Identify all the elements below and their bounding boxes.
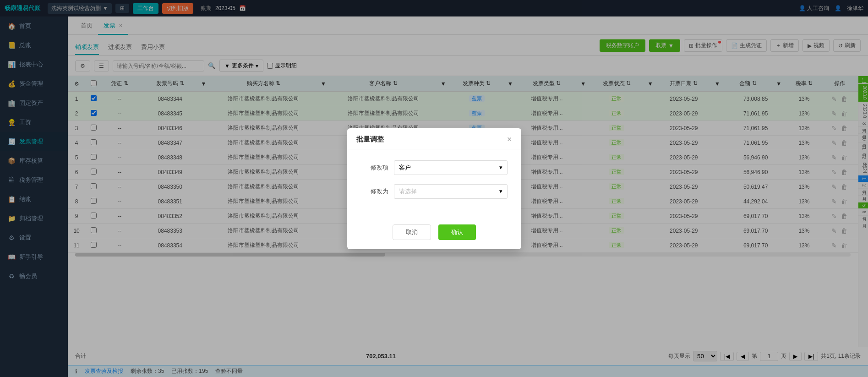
dropdown-icon: ▾ <box>499 164 502 171</box>
modify-field-select[interactable]: 客户 ▾ <box>394 160 508 175</box>
modal-header: 批量调整 × <box>347 128 521 149</box>
modify-value-select[interactable]: 请选择 ▾ <box>394 184 508 199</box>
modal-confirm-btn[interactable]: 确认 <box>438 224 476 240</box>
modal-title: 批量调整 <box>356 135 384 144</box>
modify-field-row: 修改项 客户 ▾ <box>361 160 508 175</box>
modify-field-label: 修改项 <box>361 164 388 172</box>
modal-overlay[interactable]: 批量调整 × 修改项 客户 ▾ 修改为 请选择 ▾ 取消 确认 <box>0 0 868 377</box>
modify-value-label: 修改为 <box>361 187 388 196</box>
modal-close-btn[interactable]: × <box>507 135 512 144</box>
modify-value-row: 修改为 请选择 ▾ <box>361 184 508 199</box>
modal-body: 修改项 客户 ▾ 修改为 请选择 ▾ <box>347 149 521 219</box>
batch-adjust-modal: 批量调整 × 修改项 客户 ▾ 修改为 请选择 ▾ 取消 确认 <box>347 128 521 249</box>
modal-cancel-btn[interactable]: 取消 <box>393 224 431 240</box>
modal-footer: 取消 确认 <box>347 219 521 249</box>
dropdown-icon2: ▾ <box>499 188 502 195</box>
